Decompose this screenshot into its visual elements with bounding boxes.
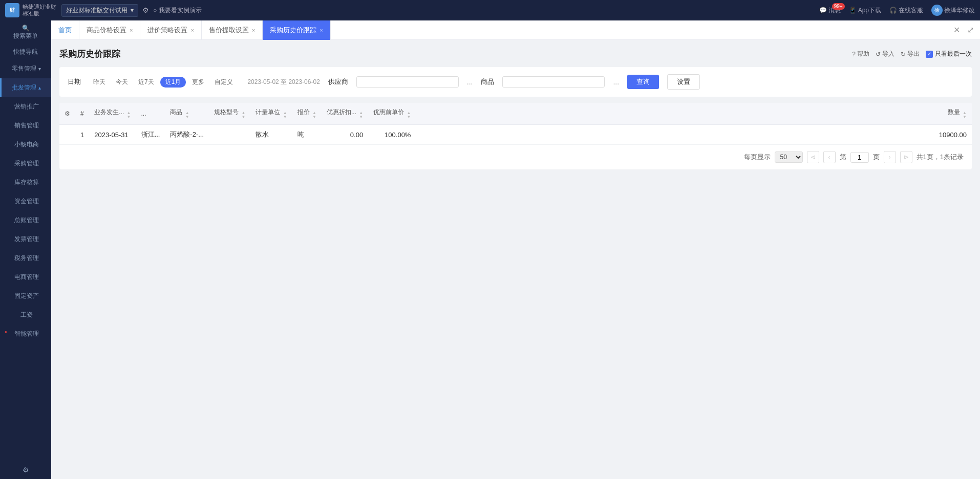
- import-icon: ↺: [876, 51, 881, 58]
- date-btn-custom[interactable]: 自定义: [210, 77, 237, 88]
- only-last-checkbox[interactable]: ✓ 只看最后一次: [926, 50, 972, 58]
- pagination: 每页显示 50 10 20 100 ⊲ ‹ 第 页 › ⊳ 共1页，1条记录: [59, 145, 972, 169]
- page-suffix: 页: [873, 153, 880, 162]
- sidebar-item-retail[interactable]: 零售管理 ▾: [0, 59, 51, 78]
- date-btn-7days[interactable]: 近7天: [134, 77, 158, 88]
- tab-label: 进价策略设置: [147, 26, 187, 35]
- cell-base-price: 10900.00: [416, 125, 972, 145]
- table-row: 1 2023-05-31 浙江... 丙烯酸-2-... 散水 吨 0.00 1…: [59, 125, 972, 145]
- edition-select[interactable]: 好业财标准版交付试用 ▾: [61, 4, 138, 17]
- col-header-date[interactable]: 业务发生... ▲▼: [89, 103, 136, 125]
- sidebar-item-marketing[interactable]: 营销推广: [0, 97, 51, 116]
- page-input[interactable]: [850, 152, 869, 163]
- sidebar-item-sales[interactable]: 销售管理: [0, 116, 51, 135]
- goods-more-icon[interactable]: ...: [613, 78, 619, 86]
- sidebar-quick-nav[interactable]: 快捷导航: [0, 45, 51, 59]
- avatar: 徐: [931, 5, 943, 16]
- goods-input[interactable]: [502, 76, 605, 88]
- date-btn-yesterday[interactable]: 昨天: [89, 77, 110, 88]
- last-page-btn[interactable]: ⊳: [900, 151, 912, 163]
- close-icon[interactable]: ×: [252, 27, 255, 33]
- sort-arrows: ▲▼: [241, 111, 245, 119]
- page-header: 采购历史价跟踪 ? 帮助 ↺ 导入 ↻ 导出 ✓: [59, 48, 972, 60]
- help-btn[interactable]: ? 帮助: [852, 50, 869, 58]
- close-icon[interactable]: ×: [319, 27, 323, 33]
- maximize-tab-btn[interactable]: ⤢: [965, 24, 976, 36]
- expand-icon: ▴: [38, 85, 41, 91]
- sidebar-item-tax[interactable]: 税务管理: [0, 249, 51, 268]
- app-download-btn[interactable]: 📱 App下载: [849, 6, 881, 15]
- sidebar-item-finance[interactable]: 资金管理: [0, 192, 51, 211]
- sidebar-search[interactable]: 🔍 搜索菜单: [0, 20, 51, 45]
- tab-bar-controls: ✕ ⤢: [951, 24, 980, 36]
- sidebar-item-ecommerce[interactable]: 电商管理: [0, 268, 51, 287]
- col-header-price[interactable]: 报价 ▲▼: [292, 103, 322, 125]
- tab-sale-extract[interactable]: 售价提取设置 ×: [202, 20, 263, 40]
- table-wrap: ⚙ # 业务发生... ▲▼ ... 商品 ▲▼: [59, 103, 972, 169]
- sidebar-item-label: 固定资产: [14, 292, 39, 299]
- sidebar-item-label: 库存核算: [14, 179, 39, 186]
- tab-purchase-history[interactable]: 采购历史价跟踪 ×: [263, 20, 330, 40]
- tab-label: 采购历史价跟踪: [270, 26, 316, 35]
- first-page-btn[interactable]: ⊲: [807, 151, 819, 163]
- prev-page-btn[interactable]: ‹: [823, 151, 836, 163]
- sidebar-item-ai[interactable]: 智能管理: [0, 324, 51, 343]
- supplier-more-icon[interactable]: ...: [467, 78, 473, 86]
- notification-btn[interactable]: 💬 消息 99+: [819, 6, 841, 15]
- filter-settings-btn[interactable]: 设置: [667, 74, 700, 90]
- sidebar-item-label: 电商管理: [14, 273, 39, 280]
- per-page-select[interactable]: 50 10 20 100: [775, 151, 803, 163]
- date-btn-1month[interactable]: 近1月: [160, 77, 186, 88]
- user-profile-btn[interactable]: 徐 徐泽华修改: [931, 5, 975, 16]
- col-header-discount[interactable]: 优惠折扣... ▲▼: [322, 103, 368, 125]
- sidebar-item-ecommerce-small[interactable]: 小畅电商: [0, 135, 51, 154]
- table-header-row: ⚙ # 业务发生... ▲▼ ... 商品 ▲▼: [59, 103, 972, 125]
- cell-gear[interactable]: [59, 125, 75, 145]
- tab-goods-price[interactable]: 商品价格设置 ×: [79, 20, 140, 40]
- sort-arrows: ▲▼: [963, 111, 967, 119]
- close-icon[interactable]: ×: [130, 27, 133, 33]
- supplier-input[interactable]: [356, 76, 459, 88]
- sidebar-item-assets[interactable]: 固定资产: [0, 287, 51, 306]
- cell-date: 2023-05-31: [89, 125, 136, 145]
- sidebar-item-ledger[interactable]: 总账管理: [0, 211, 51, 230]
- import-btn[interactable]: ↺ 导入: [876, 50, 894, 58]
- col-header-qty[interactable]: 数量 ▲▼: [416, 103, 972, 125]
- sidebar: 🔍 搜索菜单 快捷导航 零售管理 ▾ 批发管理 ▴ 营销推广 销售管理 小畅电商…: [0, 20, 51, 479]
- col-header-spec[interactable]: 规格型号 ▲▼: [209, 103, 250, 125]
- col-header-unit[interactable]: 计量单位 ▲▼: [250, 103, 292, 125]
- sidebar-item-inventory[interactable]: 库存核算: [0, 173, 51, 192]
- page-label: 第: [840, 153, 846, 162]
- sidebar-item-label: 营销推广: [14, 103, 39, 110]
- sidebar-item-invoice[interactable]: 发票管理: [0, 230, 51, 249]
- sidebar-item-purchase[interactable]: 采购管理: [0, 154, 51, 173]
- col-header-dots[interactable]: ...: [136, 103, 165, 125]
- col-header-goods[interactable]: 商品 ▲▼: [165, 103, 209, 125]
- date-range: 2023-05-02 至 2023-06-02: [247, 78, 319, 86]
- col-header-num: #: [75, 103, 89, 125]
- query-btn[interactable]: 查询: [627, 75, 659, 89]
- sidebar-item-wholesale[interactable]: 批发管理 ▴: [0, 78, 51, 97]
- sort-arrows: ▲▼: [407, 111, 411, 119]
- close-tab-btn[interactable]: ✕: [951, 24, 962, 36]
- export-btn[interactable]: ↻ 导出: [901, 50, 920, 58]
- sidebar-item-salary[interactable]: 工资: [0, 306, 51, 324]
- close-icon[interactable]: ×: [190, 27, 194, 33]
- tab-purchase-strategy[interactable]: 进价策略设置 ×: [140, 20, 201, 40]
- date-btn-today[interactable]: 今天: [112, 77, 132, 88]
- demo-btn[interactable]: ○ 我要看实例演示: [153, 6, 202, 15]
- tab-label: 首页: [58, 26, 72, 35]
- sort-arrows: ▲▼: [185, 111, 189, 119]
- cell-discount: 100.00%: [368, 125, 416, 145]
- sidebar-settings-btn[interactable]: ⚙: [0, 461, 51, 479]
- tab-home[interactable]: 首页: [51, 20, 79, 40]
- cell-price: 0.00: [322, 125, 368, 145]
- online-service-btn[interactable]: 🎧 在线客服: [889, 6, 923, 15]
- settings-icon-btn[interactable]: ⚙: [142, 6, 149, 14]
- next-page-btn[interactable]: ›: [884, 151, 896, 163]
- date-btn-more[interactable]: 更多: [188, 77, 208, 88]
- col-header-gear[interactable]: ⚙: [59, 103, 75, 125]
- table-body: 1 2023-05-31 浙江... 丙烯酸-2-... 散水 吨 0.00 1…: [59, 125, 972, 145]
- col-header-base-price[interactable]: 优惠前单价 ▲▼: [368, 103, 416, 125]
- supplier-label: 供应商: [328, 77, 348, 86]
